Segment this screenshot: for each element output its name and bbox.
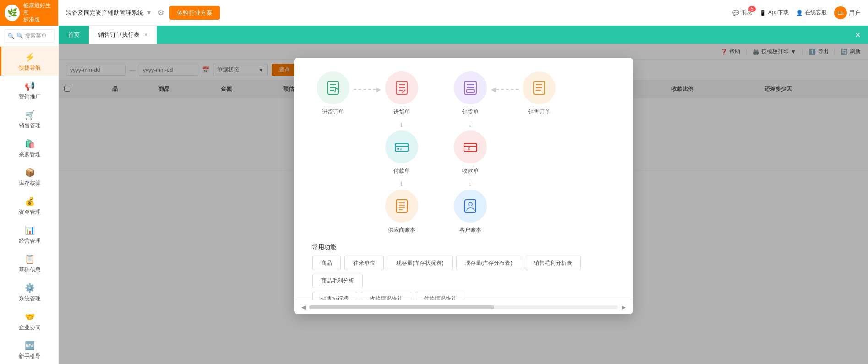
user-avatar-area[interactable]: Ea 用户 bbox=[834, 6, 861, 19]
arrow-sales-order-to-bill: ◀ bbox=[491, 86, 519, 102]
customer-ledger-circle bbox=[454, 190, 487, 223]
modal-body: 进货订单 ▶ bbox=[294, 58, 633, 300]
main-close-icon[interactable]: ✕ bbox=[855, 31, 868, 39]
home-tab-label: 首页 bbox=[68, 31, 80, 39]
sidebar-item-label: 系统管理 bbox=[19, 295, 41, 303]
arrow-purchase-order-to-bill: ▶ bbox=[354, 86, 381, 102]
modal-overlay: 进货订单 ▶ bbox=[59, 44, 868, 364]
logo-icon: 🌿 bbox=[5, 5, 20, 21]
sidebar-item-operations[interactable]: 📊 经营管理 bbox=[0, 220, 58, 249]
sidebar-item-label: 新手引导 bbox=[19, 353, 41, 360]
sidebar-item-guide[interactable]: 🆕 新手引导 bbox=[0, 335, 58, 364]
func-btn-payment-stats[interactable]: 付款情况统计 bbox=[415, 292, 465, 300]
flow-node-receipt[interactable]: ¥ 收款单 bbox=[450, 130, 491, 175]
search-menu-button[interactable]: 🔍 🔍 搜索菜单 bbox=[4, 29, 55, 43]
message-button[interactable]: 💬 消息 5 bbox=[732, 9, 752, 16]
sidebar-item-label: 采购管理 bbox=[19, 151, 41, 158]
basic-info-icon: 📋 bbox=[25, 254, 35, 264]
common-functions: 常用功能 商品 往来单位 现存量(库存状况表) 现存量(库存分布表) 销售毛利分… bbox=[312, 243, 615, 300]
purchase-order-label: 进货订单 bbox=[322, 108, 344, 116]
tab-sales-execution[interactable]: 销售订单执行表 × bbox=[89, 26, 157, 44]
tabbar: 首页 销售订单执行表 × ✕ bbox=[59, 26, 868, 44]
svg-rect-23 bbox=[396, 200, 407, 212]
svg-point-18 bbox=[397, 148, 399, 150]
flow-node-customer-ledger[interactable]: 客户账本 bbox=[450, 190, 491, 234]
inventory-icon: 📦 bbox=[25, 168, 35, 178]
sidebar-item-label: 资金管理 bbox=[19, 208, 41, 216]
func-btn-goods-gross[interactable]: 商品毛利分析 bbox=[312, 274, 363, 288]
sidebar-item-purchase[interactable]: 🛍️ 采购管理 bbox=[0, 133, 58, 162]
func-btn-inventory-dist[interactable]: 现存量(库存分布表) bbox=[456, 256, 521, 270]
sidebar-item-sales[interactable]: 🛒 销售管理 bbox=[0, 104, 58, 133]
func-buttons-row-1: 商品 往来单位 现存量(库存状况表) 现存量(库存分布表) 销售毛利分析表 商品… bbox=[312, 256, 615, 288]
tab-home[interactable]: 首页 bbox=[59, 26, 89, 44]
flow-node-sales-order[interactable]: 销售订单 bbox=[519, 71, 560, 116]
modal-scrollbar: ◀ ▶ bbox=[294, 300, 633, 314]
operations-icon: 📊 bbox=[25, 225, 35, 235]
scroll-thumb bbox=[309, 305, 494, 309]
flow-node-supplier-ledger[interactable]: 供应商账本 bbox=[381, 190, 422, 234]
app-download-icon: 📱 bbox=[759, 10, 766, 16]
content-area: ❓ 帮助 | 🖨️ 按模板打印 ▼ | ⬆️ 导出 | 🔄 刷新 bbox=[59, 44, 868, 364]
purchase-bill-circle bbox=[385, 71, 418, 104]
sidebar-search: 🔍 🔍 搜索菜单 bbox=[0, 26, 58, 47]
app-download-button[interactable]: 📱 App下载 bbox=[759, 9, 789, 16]
sidebar-item-system[interactable]: ⚙️ 系统管理 bbox=[0, 277, 58, 306]
sales-order-label: 销售订单 bbox=[528, 108, 550, 116]
flow-node-purchase-order[interactable]: 进货订单 bbox=[312, 71, 354, 116]
sidebar-item-quick-nav[interactable]: ⚡ 快捷导航 bbox=[0, 47, 58, 76]
svg-text:¥: ¥ bbox=[399, 147, 402, 152]
message-badge: 5 bbox=[748, 6, 756, 12]
quick-nav-modal: 进货订单 ▶ bbox=[294, 58, 633, 314]
flow-node-purchase-bill[interactable]: 进货单 bbox=[381, 71, 422, 116]
func-btn-goods[interactable]: 商品 bbox=[312, 256, 341, 270]
experience-btn[interactable]: 体验行业方案 bbox=[169, 6, 220, 20]
message-icon: 💬 bbox=[732, 10, 739, 16]
tab-close-icon[interactable]: × bbox=[144, 32, 147, 38]
receipt-label: 收款单 bbox=[462, 167, 479, 175]
func-btn-inventory-status[interactable]: 现存量(库存状况表) bbox=[388, 256, 453, 270]
scroll-track[interactable] bbox=[309, 305, 618, 309]
flow-diagram: 进货订单 ▶ bbox=[312, 71, 615, 234]
down-arrows-row: ↓ ↓ bbox=[312, 120, 560, 129]
sidebar-item-finance[interactable]: 💰 资金管理 bbox=[0, 191, 58, 220]
sidebar-nav: ⚡ 快捷导航 📢 营销推广 🛒 销售管理 🛍️ 采购管理 📦 库存核算 💰 bbox=[0, 47, 58, 364]
guide-icon: 🆕 bbox=[25, 341, 35, 351]
purchase-icon: 🛍️ bbox=[25, 139, 35, 149]
func-buttons-row-2: 销售排行榜 收款情况统计 付款情况统计 bbox=[312, 292, 615, 300]
sidebar-item-inventory[interactable]: 📦 库存核算 bbox=[0, 162, 58, 191]
scroll-right-icon[interactable]: ▶ bbox=[622, 304, 626, 310]
payment-label: 付款单 bbox=[393, 167, 410, 175]
sidebar-item-label: 营销推广 bbox=[19, 93, 41, 101]
system-title: 装备及固定资产辅助管理系统 bbox=[66, 9, 143, 17]
supplier-ledger-label: 供应商账本 bbox=[388, 226, 415, 234]
finance-icon: 💰 bbox=[25, 196, 35, 206]
sidebar-item-marketing[interactable]: 📢 营销推广 bbox=[0, 76, 58, 104]
sidebar-item-label: 快捷导航 bbox=[19, 64, 41, 72]
func-btn-sales-gross[interactable]: 销售毛利分析表 bbox=[525, 256, 581, 270]
svg-text:¥: ¥ bbox=[467, 147, 470, 152]
sales-order-circle bbox=[523, 71, 556, 104]
sidebar-item-basic-info[interactable]: 📋 基础信息 bbox=[0, 249, 58, 277]
logo-text: 畅康通好生意 标准版 bbox=[23, 2, 54, 24]
payment-circle: ¥ bbox=[385, 130, 418, 163]
receipt-circle: ¥ bbox=[454, 130, 487, 163]
func-btn-counterpart[interactable]: 往来单位 bbox=[344, 256, 384, 270]
sidebar-item-label: 基础信息 bbox=[19, 266, 41, 274]
sidebar-logo[interactable]: 🌿 畅康通好生意 标准版 bbox=[0, 0, 58, 26]
sidebar-item-enterprise[interactable]: 🤝 企业协同 bbox=[0, 306, 58, 335]
svg-point-29 bbox=[469, 202, 472, 206]
flow-node-sales-bill[interactable]: 销货单 bbox=[450, 71, 491, 116]
func-btn-receipt-stats[interactable]: 收款情况统计 bbox=[361, 292, 411, 300]
func-btn-sales-rank[interactable]: 销售排行榜 bbox=[312, 292, 357, 300]
online-service-button[interactable]: 👤 在线客服 bbox=[796, 9, 827, 16]
quick-nav-icon: ⚡ bbox=[25, 52, 35, 62]
sales-icon: 🛒 bbox=[25, 110, 35, 120]
flow-node-payment[interactable]: ¥ 付款单 bbox=[381, 130, 422, 175]
scroll-left-icon[interactable]: ◀ bbox=[301, 304, 306, 310]
sales-bill-circle bbox=[454, 71, 487, 104]
customer-ledger-label: 客户账本 bbox=[459, 226, 481, 234]
system-dropdown-icon[interactable]: ▼ bbox=[146, 9, 152, 16]
user-avatar: Ea bbox=[834, 6, 847, 19]
settings-gear-icon[interactable]: ⚙ bbox=[158, 8, 164, 17]
